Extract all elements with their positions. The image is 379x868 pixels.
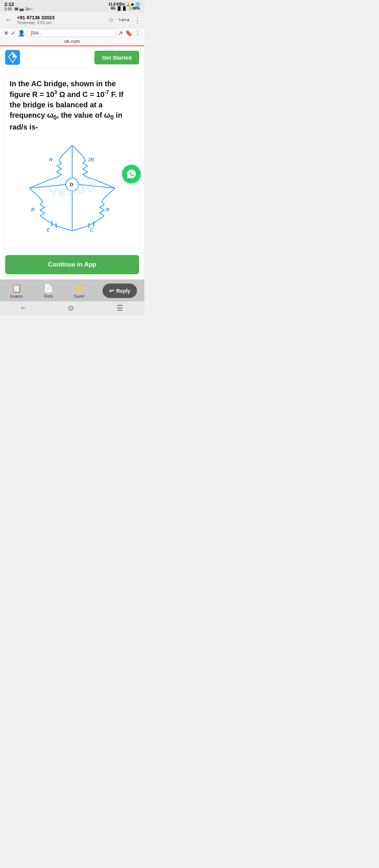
super-icon: ⚡: [74, 284, 84, 293]
svg-line-7: [40, 216, 51, 223]
forward-icon[interactable]: ↪↪: [118, 16, 130, 24]
status-left: 2:12 2:00 ☎ 📷 Jio •: [4, 1, 33, 11]
exams-icon: 📋: [11, 284, 21, 293]
status-right: 11.9 KB/s 🔔 ▶ 🌐 4G ▐▌▐▌ 🔋69%: [108, 2, 140, 10]
back-nav-icon[interactable]: ⌐: [21, 304, 26, 312]
browser-url-row: ok.com: [0, 38, 144, 46]
home-nav-icon[interactable]: ⊙: [68, 304, 74, 312]
status-network: 4G ▐▌▐▌ 🔋69%: [111, 6, 140, 10]
continue-in-app-button[interactable]: Continue in App: [5, 255, 139, 274]
svg-line-11: [56, 226, 72, 231]
header-actions: ☆ ↪↪ ⋮: [108, 16, 141, 24]
label-cap-right: C: [90, 228, 94, 233]
nav-exams[interactable]: 📋 Exams: [7, 282, 26, 300]
call-time: Yesterday, 2:01 pm: [17, 20, 105, 25]
nav-tests[interactable]: 📄 Tests: [40, 282, 56, 300]
reply-button[interactable]: ↩ Reply: [103, 284, 137, 298]
circuit-svg: R 2R R C: [17, 142, 128, 238]
detector-label: D: [70, 182, 73, 187]
whatsapp-fab[interactable]: [122, 165, 141, 183]
tests-label: Tests: [44, 294, 53, 298]
reply-label: Reply: [116, 288, 130, 294]
svg-line-22: [78, 185, 115, 188]
svg-line-13: [94, 216, 104, 223]
status-time: 2:12: [4, 1, 33, 7]
menu-icon[interactable]: ⋮: [134, 16, 141, 24]
label-top-left: R: [49, 157, 52, 162]
question-card: In the AC bridge, shown in the figure R …: [4, 73, 141, 248]
status-kbps: 11.9 KB/s 🔔 ▶ 🌐: [108, 2, 140, 6]
site-logo: [5, 50, 20, 65]
back-button[interactable]: ←: [4, 14, 14, 26]
site-header: Get Started: [0, 46, 144, 69]
recents-nav-icon[interactable]: ☰: [117, 304, 123, 312]
phone-number: +91 97136 32023: [17, 15, 105, 20]
status-bar: 2:12 2:00 ☎ 📷 Jio • 11.9 KB/s 🔔 ▶ 🌐 4G ▐…: [0, 0, 144, 12]
svg-line-12: [104, 188, 115, 198]
svg-line-17: [72, 225, 89, 231]
check-icon[interactable]: ✓: [11, 30, 16, 37]
browser-nav-row: ✕ ✓ 👤 [Sol... ↗ 🔖 ⋮: [0, 28, 144, 38]
system-nav: ⌐ ⊙ ☰: [0, 301, 144, 315]
super-label: Super: [74, 294, 85, 298]
site-url: ok.com: [64, 38, 80, 44]
contact-icon[interactable]: 👤: [18, 30, 25, 37]
exams-label: Exams: [10, 294, 23, 298]
circuit-diagram: Yesbo R 2R: [10, 138, 135, 242]
label-bottom-right: R: [106, 207, 109, 212]
bookmark-icon[interactable]: 🔖: [125, 30, 133, 37]
nav-super[interactable]: ⚡ Super: [71, 282, 88, 300]
reply-arrow-icon: ↩: [109, 287, 114, 294]
get-started-button[interactable]: Get Started: [94, 51, 139, 64]
star-icon[interactable]: ☆: [108, 16, 114, 24]
tests-icon: 📄: [43, 284, 53, 293]
status-sub: 2:00 ☎ 📷 Jio •: [4, 7, 33, 11]
page-content: Get Started In the AC bridge, shown in t…: [0, 46, 144, 279]
question-text: In the AC bridge, shown in the figure R …: [10, 78, 135, 132]
label-top-right: 2R: [88, 157, 94, 162]
more-icon[interactable]: ⋮: [135, 30, 141, 37]
close-icon[interactable]: ✕: [4, 30, 9, 37]
label-cap-left: C: [47, 228, 50, 233]
svg-line-6: [29, 188, 40, 198]
url-bar[interactable]: [Sol...: [27, 29, 116, 37]
svg-line-21: [29, 185, 66, 188]
contact-info: +91 97136 32023 Yesterday, 2:01 pm: [17, 15, 105, 25]
url-text: [Sol...: [31, 30, 113, 36]
label-bottom-left: R: [31, 207, 34, 212]
share-icon[interactable]: ↗: [118, 30, 123, 37]
wa-header: ← +91 97136 32023 Yesterday, 2:01 pm ☆ ↪…: [0, 12, 144, 28]
svg-line-14: [89, 223, 94, 225]
continue-btn-wrap: Continue in App: [0, 251, 144, 279]
svg-line-4: [72, 145, 83, 156]
bottom-nav: 📋 Exams 📄 Tests ⚡ Super ↩ Reply: [0, 279, 144, 301]
svg-line-2: [61, 145, 72, 156]
